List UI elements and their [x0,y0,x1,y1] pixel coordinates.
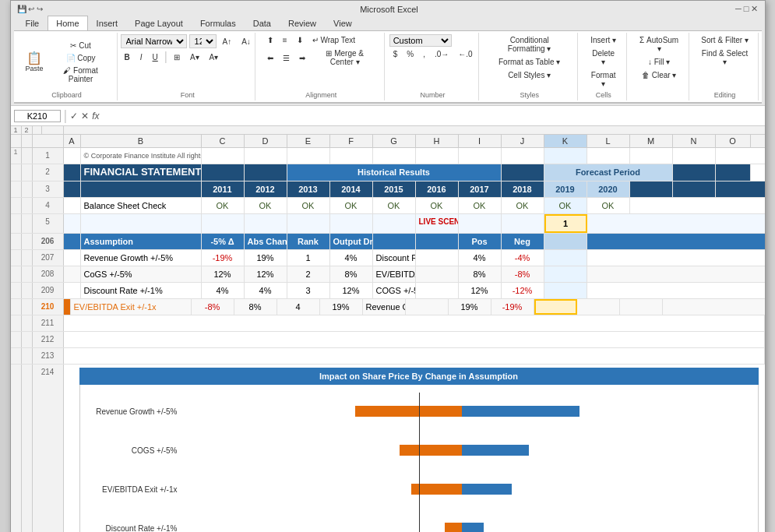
cell-1c[interactable] [202,148,245,164]
cell-211[interactable] [64,315,765,331]
cell-3n[interactable] [673,181,716,197]
cell-3l[interactable]: 2020 [587,181,630,197]
cell-213[interactable] [64,348,765,364]
delete-button[interactable]: Delete ▾ [586,48,622,68]
tab-formulas[interactable]: Formulas [192,16,245,30]
cell-2j[interactable] [502,164,544,181]
cell-5a[interactable] [64,214,81,233]
cell-2o[interactable] [716,164,751,181]
cell-3a[interactable] [64,181,81,197]
col-header-j[interactable]: J [502,135,544,147]
col-header-d[interactable]: D [245,135,287,147]
cell-206c[interactable]: -5% Δ [202,234,245,249]
align-bottom-button[interactable]: ⬇ [293,34,307,46]
formula-input[interactable] [103,111,762,122]
cell-207e[interactable]: 1 [287,250,330,266]
cell-4e[interactable]: OK [287,198,330,213]
cell-4a[interactable] [64,198,81,213]
cell-206g[interactable] [373,234,416,249]
cell-3h[interactable]: 2016 [416,181,459,197]
merge-center-button[interactable]: ⊞ Merge & Center ▾ [311,48,379,68]
italic-button[interactable]: I [136,51,146,63]
cell-210b[interactable]: EV/EBITDA Exit +/-1x [71,299,192,315]
col-header-g[interactable]: G [373,135,416,147]
cell-207k[interactable] [544,250,587,266]
cell-207j[interactable]: -4% [502,250,544,266]
cell-3c[interactable]: 2011 [202,181,245,197]
cell-3k[interactable]: 2019 [544,181,587,197]
cell-210g[interactable]: Revenue Growth +/-5% [363,299,406,315]
cell-4f[interactable]: OK [330,198,373,213]
cell-210d[interactable]: 8% [234,299,277,315]
underline-button[interactable]: U [149,51,162,63]
cell-1f[interactable] [330,148,373,164]
cell-209f[interactable]: 12% [330,283,373,298]
col-header-h[interactable]: H [416,135,459,147]
cell-206b[interactable]: Assumption [81,234,202,249]
col-header-f[interactable]: F [330,135,373,147]
format-painter-button[interactable]: 🖌 Format Painter [50,65,112,85]
cell-1e[interactable] [287,148,330,164]
cut-button[interactable]: ✂ Cut [50,40,112,51]
cell-1m[interactable] [630,148,673,164]
decrease-decimal-button[interactable]: ←.0 [454,48,476,60]
cell-1g[interactable] [373,148,416,164]
bold-button[interactable]: B [121,51,134,63]
cell-209j[interactable]: -12% [502,283,544,298]
tab-data[interactable]: Data [245,16,280,30]
col-header-i[interactable]: I [459,135,502,147]
cell-3j[interactable]: 2018 [502,181,544,197]
cell-210f[interactable]: 19% [320,299,363,315]
cell-5k[interactable]: 1 [544,214,587,233]
cell-207d[interactable]: 19% [245,250,287,266]
font-face-select[interactable]: Arial Narrow [121,34,187,48]
cell-2c[interactable] [202,164,245,181]
cell-5f[interactable] [330,214,373,233]
cell-2b[interactable]: FINANCIAL STATEMENTS [81,164,202,181]
cell-209b[interactable]: Discount Rate +/-1% [81,283,202,298]
cell-5d[interactable] [245,214,287,233]
cell-207c[interactable]: -19% [202,250,245,266]
cell-2a[interactable] [64,164,81,181]
cell-1a[interactable] [64,148,81,164]
cell-208e[interactable]: 2 [287,266,330,282]
align-center-button[interactable]: ☰ [279,48,294,68]
tab-view[interactable]: View [325,16,361,30]
font-color-button[interactable]: A▾ [206,51,223,63]
cell-210i[interactable]: 19% [449,299,491,315]
insert-button[interactable]: Insert ▾ [587,34,620,46]
cell-208f[interactable]: 8% [330,266,373,282]
cell-3g[interactable]: 2015 [373,181,416,197]
cell-208c[interactable]: 12% [202,266,245,282]
cell-206j[interactable]: Neg [502,234,544,249]
cell-1i[interactable] [459,148,502,164]
cell-2d[interactable] [245,164,287,181]
cell-207g[interactable]: Discount Rate +/-1% [373,250,416,266]
cell-4j[interactable]: OK [502,198,544,213]
cell-208d[interactable]: 12% [245,266,287,282]
cell-209d[interactable]: 4% [245,283,287,298]
cell-208k[interactable] [544,266,587,282]
col-header-b[interactable]: B [81,135,202,147]
cell-1d[interactable] [245,148,287,164]
clear-button[interactable]: 🗑 Clear ▾ [638,69,680,81]
col-header-o[interactable]: O [716,135,751,147]
percent-button[interactable]: % [403,48,417,60]
cell-208b[interactable]: CoGS +/-5% [81,266,202,282]
cell-206d[interactable]: Abs Change [245,234,287,249]
cell-3d[interactable]: 2012 [245,181,287,197]
cell-3m[interactable] [630,181,673,197]
tab-home[interactable]: Home [48,16,87,30]
format-button[interactable]: Format ▾ [586,69,622,90]
tab-file[interactable]: File [17,16,48,30]
cell-210m[interactable] [620,299,663,315]
cell-209e[interactable]: 3 [287,283,330,298]
cell-5g[interactable] [373,214,416,233]
cell-3b[interactable] [81,181,202,197]
cell-4k[interactable]: OK [544,198,587,213]
cell-4g[interactable]: OK [373,198,416,213]
currency-button[interactable]: $ [389,48,402,60]
cell-1k[interactable] [544,148,587,164]
cell-206e[interactable]: Rank [287,234,330,249]
find-select-button[interactable]: Find & Select ▾ [697,48,753,68]
